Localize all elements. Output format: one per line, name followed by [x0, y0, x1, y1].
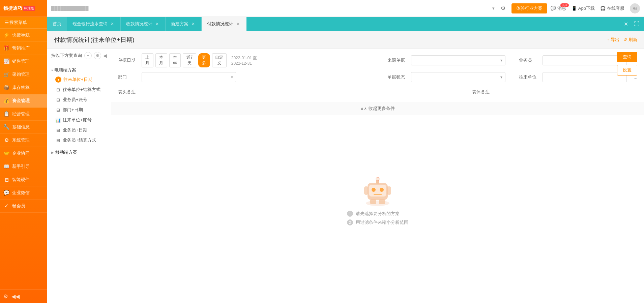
hint-num-1: 1 [347, 211, 353, 217]
tab-new-scheme[interactable]: 新建方案 ✕ [166, 17, 202, 31]
scheme-item-salesman-date[interactable]: ⊞ 业务员+日期 [47, 125, 111, 135]
hardware-icon: 🖥 [3, 177, 9, 183]
topbar-settings-btn[interactable]: ⚙ [498, 3, 508, 13]
header-note-input[interactable] [142, 87, 243, 97]
scheme-item-counterpart-settle[interactable]: ⊞ 往来单位+结算方式 [47, 85, 111, 95]
custom-date-btn[interactable]: 自定义 [212, 53, 227, 67]
content-area: 按以下方案查询 + ⚙ ◀ ▾ 电脑端方案 ● 往来单位+日期 [47, 49, 644, 303]
scheme-panel-collapse-btn[interactable]: ◀ [103, 53, 107, 58]
sidebar-item-sales[interactable]: 📈 销售管理 [0, 55, 47, 68]
tabbar-expand-icon[interactable]: ⛶ [633, 20, 641, 28]
doc-status-select-arrow: ▾ [500, 75, 502, 80]
topbar-messages-btn[interactable]: 💬 消息 99+ [551, 5, 566, 11]
more-dates-btn[interactable]: 更多 [198, 53, 210, 67]
source-select[interactable]: ▾ [411, 55, 505, 65]
filter-panel: 单据日期 上月 本月 本年 近7天 更多 自定义 2022-01-01 至 20… [111, 49, 644, 102]
topbar-online-service-label: 在线客服 [607, 5, 624, 11]
guide-icon: 📖 [3, 163, 9, 170]
sidebar-item-quick-nav[interactable]: ⚡ 快捷导航 [0, 29, 47, 42]
last-7days-btn[interactable]: 近7天 [183, 53, 196, 67]
search-menu-icon: ☰ [3, 20, 9, 26]
tab-receipt-stats-close[interactable]: ✕ [154, 21, 160, 27]
topbar-online-service-btn[interactable]: 🎧 在线客服 [600, 5, 624, 11]
scheme-item-dept-date[interactable]: ⊞ 部门+日期 [47, 105, 111, 115]
page-header: 付款情况统计(往来单位+日期) ↑ 导出 ↺ 刷新 [47, 31, 644, 49]
sidebar-item-guide[interactable]: 📖 新手引导 [0, 160, 47, 173]
tab-receipt-stats-label: 收款情况统计 [126, 21, 152, 27]
svg-rect-8 [364, 186, 368, 195]
tab-bank-flow-label: 现金银行流水查询 [72, 21, 108, 27]
sidebar-item-member[interactable]: ✓ 畅会员 [0, 200, 47, 213]
body-note-label: 表体备注 [472, 89, 496, 95]
sidebar-item-system[interactable]: ⚙ 系统管理 [0, 134, 47, 147]
topbar-app-download-btn[interactable]: 📱 App下载 [572, 5, 595, 11]
sidebar-item-capital[interactable]: 💰 资金管理 [0, 94, 47, 108]
counterpart-select[interactable] [543, 72, 627, 82]
tab-receipt-stats[interactable]: 收款情况统计 ✕ [121, 17, 166, 31]
sidebar-item-operation[interactable]: 📋 经营管理 [0, 108, 47, 121]
scheme-item-counterpart-account[interactable]: 📊 往来单位+账号 [47, 115, 111, 125]
tab-home[interactable]: 首页 [47, 17, 67, 31]
sidebar-item-search-menu-label: 搜索菜单 [9, 20, 27, 26]
trial-industry-btn[interactable]: 体验行业方案 [511, 3, 547, 13]
tab-payment-stats[interactable]: 付款情况统计 ✕ [202, 17, 246, 31]
filter-settings-btn[interactable]: 设置 [617, 65, 637, 75]
source-filter-label: 来源单据 [387, 57, 411, 63]
topbar-app-download-label: App下载 [578, 5, 595, 11]
dept-select-arrow: ▾ [231, 75, 233, 80]
this-year-btn[interactable]: 本年 [169, 53, 181, 67]
export-btn[interactable]: ↑ 导出 [607, 37, 620, 43]
enterprise-icon: 🤝 [3, 150, 9, 156]
main-content: ████████████ ▾ ⚙ 体验行业方案 💬 消息 99+ 📱 App下载… [47, 0, 644, 303]
refresh-btn[interactable]: ↺ 刷新 [623, 37, 637, 43]
sidebar-item-hardware[interactable]: 🖥 智能硬件 [0, 173, 47, 186]
this-month-btn[interactable]: 本月 [155, 53, 167, 67]
scheme-mobile-group[interactable]: ▶ 移动端方案 [47, 148, 111, 157]
sidebar-item-marketing[interactable]: 🎁 营销推广 [0, 42, 47, 55]
tabbar-close-all-icon[interactable]: ✕ [622, 20, 630, 28]
user-avatar[interactable]: Rit [630, 3, 640, 13]
action-buttons-area: 查询 设置 [617, 52, 637, 75]
tab-new-scheme-label: 新建方案 [171, 21, 188, 27]
sidebar-settings-icon[interactable]: ⚙ [3, 293, 8, 300]
filter-row-notes: 表头备注 表体备注 [118, 87, 637, 97]
tabbar: 首页 现金银行流水查询 ✕ 收款情况统计 ✕ 新建方案 ✕ 付款情况统计 ✕ ✕… [47, 17, 644, 31]
salesman-select[interactable] [543, 55, 627, 65]
scheme-desktop-group-header[interactable]: ▾ 电脑端方案 [47, 66, 111, 74]
sidebar-item-enterprise[interactable]: 🤝 企业协同 [0, 147, 47, 160]
sidebar-item-wechat-label: 企业微信 [12, 190, 30, 196]
doc-status-select[interactable]: ▾ [411, 72, 505, 82]
scheme-item-salesman-account-label: 业务员+账号 [63, 97, 87, 103]
date-buttons-group: 上月 本月 本年 近7天 更多 自定义 2022-01-01 至 2022-12… [142, 53, 265, 67]
tab-bank-flow-close[interactable]: ✕ [110, 21, 115, 27]
query-btn[interactable]: 查询 [617, 52, 637, 62]
date-range-display: 2022-01-01 至 2022-12-31 [231, 55, 265, 66]
scheme-item-counterpart-date[interactable]: ● 往来单位+日期 [47, 74, 111, 85]
topbar-account-chevron[interactable]: ▾ [492, 6, 495, 11]
sidebar-item-inventory[interactable]: 📦 库存核算 [0, 81, 47, 94]
scheme-add-btn[interactable]: + [84, 52, 92, 59]
sidebar-item-basic[interactable]: 🔧 基础信息 [0, 121, 47, 134]
doc-status-filter-label: 单据状态 [387, 74, 411, 80]
body-note-input[interactable] [496, 87, 597, 97]
tab-bank-flow[interactable]: 现金银行流水查询 ✕ [67, 17, 121, 31]
tab-payment-stats-close[interactable]: ✕ [235, 21, 241, 27]
sidebar-item-wechat[interactable]: 💬 企业微信 [0, 186, 47, 200]
sidebar-item-purchase[interactable]: 🛒 采购管理 [0, 68, 47, 81]
dept-select[interactable]: ▾ [142, 72, 236, 82]
scheme-settings-btn[interactable]: ⚙ [94, 52, 101, 59]
sidebar-edition-badge: 标准版 [23, 6, 35, 11]
collapse-more-btn[interactable]: ∧∧ 收起更多条件 [360, 105, 395, 112]
scheme-item-salesman-account[interactable]: ⊞ 业务员+账号 [47, 95, 111, 105]
scheme-item-salesman-settle[interactable]: ⊞ 业务员+结算方式 [47, 135, 111, 145]
member-icon: ✓ [3, 203, 9, 209]
sidebar-item-member-label: 畅会员 [12, 203, 25, 209]
scheme-desktop-group: ▾ 电脑端方案 ● 往来单位+日期 ⊞ 往来单位+结算方式 ⊞ 业务员+账号 ⊞ [47, 63, 111, 148]
scheme-desktop-group-label: 电脑端方案 [54, 67, 76, 73]
sidebar-item-search-menu[interactable]: ☰ 搜索菜单 [0, 17, 47, 29]
tab-new-scheme-close[interactable]: ✕ [191, 21, 196, 27]
header-note-label: 表头备注 [118, 89, 142, 95]
sidebar-collapse-icon[interactable]: ◀◀ [11, 293, 20, 300]
sales-icon: 📈 [3, 58, 9, 64]
last-month-btn[interactable]: 上月 [142, 53, 153, 67]
